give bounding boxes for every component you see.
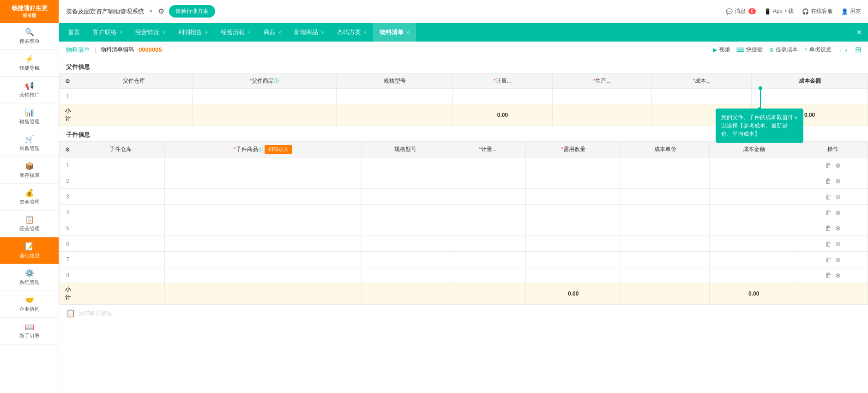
- parent-row-1-cost[interactable]: [652, 89, 752, 104]
- copy-icon-8[interactable]: ⊕: [835, 272, 841, 279]
- breadcrumb-bom[interactable]: 物料清单: [66, 46, 90, 54]
- child-row-1-unit[interactable]: [450, 157, 526, 173]
- sidebar-item-purchase[interactable]: 🛒 采购管理: [0, 130, 59, 157]
- tab-new-goods-close[interactable]: ×: [321, 30, 324, 35]
- child-row-8-warehouse[interactable]: [76, 267, 165, 283]
- child-row-6-warehouse[interactable]: [76, 236, 165, 252]
- delete-icon-1[interactable]: 🗑: [825, 162, 832, 169]
- child-row-8-spec[interactable]: [361, 267, 450, 283]
- copy-icon-5[interactable]: ⊕: [835, 224, 841, 232]
- online-service-item[interactable]: 🎧 在线客服: [802, 7, 833, 15]
- tab-home[interactable]: 首页: [61, 23, 86, 42]
- parent-row-1-produce[interactable]: [552, 89, 652, 104]
- sidebar-item-operations[interactable]: 📋 经营管理: [0, 211, 59, 237]
- single-setting-action[interactable]: ≡ 单据设置: [804, 46, 832, 54]
- child-row-1-qty[interactable]: [526, 157, 621, 173]
- tab-bom[interactable]: 物料清单 ×: [373, 23, 416, 42]
- parent-row-1-warehouse[interactable]: [76, 89, 193, 104]
- tab-history-close[interactable]: ×: [247, 30, 250, 35]
- child-row-1-warehouse[interactable]: [76, 157, 165, 173]
- child-row-3-warehouse[interactable]: [76, 189, 165, 205]
- child-row-8-goods[interactable]: [165, 267, 362, 283]
- child-row-7-spec[interactable]: [361, 252, 450, 267]
- settings-icon[interactable]: ⚙: [158, 7, 164, 16]
- child-row-6-goods[interactable]: [165, 236, 362, 252]
- sidebar-item-inventory[interactable]: 📦 库存核算: [0, 157, 59, 184]
- tab-barcode[interactable]: 条码方案 ×: [331, 23, 373, 42]
- sidebar-item-finance[interactable]: 💰 资金管理: [0, 184, 59, 211]
- scan-button[interactable]: 扫码录入: [265, 145, 292, 154]
- child-row-6-price[interactable]: [621, 236, 710, 252]
- child-row-2-qty[interactable]: [526, 173, 621, 189]
- copy-icon-7[interactable]: ⊕: [835, 256, 841, 263]
- arrow-right-icon[interactable]: ›: [844, 46, 849, 54]
- child-row-3-unit[interactable]: [450, 189, 526, 205]
- child-row-4-goods[interactable]: [165, 205, 362, 220]
- tab-new-goods[interactable]: 新增商品 ×: [288, 23, 330, 42]
- user-item[interactable]: 👤 用友: [841, 7, 861, 15]
- sidebar-item-search[interactable]: 🔍 搜索菜单: [0, 23, 59, 50]
- system-dropdown-arrow[interactable]: ▼: [149, 9, 153, 14]
- child-row-1-goods[interactable]: [165, 157, 362, 173]
- child-row-8-price[interactable]: [621, 267, 710, 283]
- child-row-3-goods[interactable]: [165, 189, 362, 205]
- tab-operations-close[interactable]: ×: [162, 30, 165, 35]
- child-row-5-unit[interactable]: [450, 220, 526, 236]
- copy-icon-2[interactable]: ⊕: [835, 177, 841, 185]
- tab-customer[interactable]: 客户联络 ×: [86, 23, 129, 42]
- tab-goods[interactable]: 商品 ×: [257, 23, 288, 42]
- child-row-8-qty[interactable]: [526, 267, 621, 283]
- app-download-item[interactable]: 📱 App下载: [764, 7, 794, 15]
- child-row-5-qty[interactable]: [526, 220, 621, 236]
- sidebar-item-quick[interactable]: ⚡ 快捷导航: [0, 50, 59, 77]
- child-row-3-price[interactable]: [621, 189, 710, 205]
- parent-row-1-spec[interactable]: [337, 89, 453, 104]
- message-item[interactable]: 💬 消息 6: [726, 7, 756, 15]
- close-all-tabs-icon[interactable]: ✕: [853, 29, 866, 36]
- delete-icon-5[interactable]: 🗑: [825, 224, 832, 232]
- delete-icon-8[interactable]: 🗑: [825, 272, 832, 279]
- child-row-1-spec[interactable]: [361, 157, 450, 173]
- view-action[interactable]: ▶ 视频: [713, 46, 730, 54]
- delete-icon-2[interactable]: 🗑: [825, 177, 832, 185]
- child-row-7-qty[interactable]: [526, 252, 621, 267]
- arrow-left-icon[interactable]: ‹: [838, 46, 843, 54]
- sidebar-item-marketing[interactable]: 📢 营销推广: [0, 77, 59, 103]
- trial-button[interactable]: 体验行业方案: [169, 5, 215, 18]
- child-row-3-spec[interactable]: [361, 189, 450, 205]
- child-row-6-unit[interactable]: [450, 236, 526, 252]
- shortcut-action[interactable]: ⌨ 快捷键: [736, 46, 763, 54]
- tab-customer-close[interactable]: ×: [120, 30, 122, 35]
- copy-icon-4[interactable]: ⊕: [835, 209, 841, 216]
- child-row-4-unit[interactable]: [450, 205, 526, 220]
- child-row-4-warehouse[interactable]: [76, 205, 165, 220]
- copy-icon-6[interactable]: ⊕: [835, 240, 841, 248]
- tab-profit-close[interactable]: ×: [205, 30, 208, 35]
- child-row-2-spec[interactable]: [361, 173, 450, 189]
- delete-icon-6[interactable]: 🗑: [825, 240, 832, 248]
- sidebar-item-sales[interactable]: 📊 销售管理: [0, 103, 59, 130]
- child-row-4-qty[interactable]: [526, 205, 621, 220]
- child-row-2-unit[interactable]: [450, 173, 526, 189]
- child-row-2-warehouse[interactable]: [76, 173, 165, 189]
- tab-bom-close[interactable]: ×: [406, 30, 409, 35]
- child-row-6-spec[interactable]: [361, 236, 450, 252]
- child-row-1-price[interactable]: [621, 157, 710, 173]
- child-row-5-price[interactable]: [621, 220, 710, 236]
- child-row-4-price[interactable]: [621, 205, 710, 220]
- child-row-7-warehouse[interactable]: [76, 252, 165, 267]
- child-row-8-unit[interactable]: [450, 267, 526, 283]
- tab-profit[interactable]: 利润报告 ×: [172, 23, 214, 42]
- child-row-5-spec[interactable]: [361, 220, 450, 236]
- note-placeholder[interactable]: 添加备注信息: [79, 309, 112, 317]
- child-row-2-goods[interactable]: [165, 173, 362, 189]
- delete-icon-4[interactable]: 🗑: [825, 209, 832, 216]
- child-row-7-unit[interactable]: [450, 252, 526, 267]
- tab-operations[interactable]: 经营情况 ×: [129, 23, 171, 42]
- copy-icon-1[interactable]: ⊕: [835, 162, 841, 169]
- child-row-7-goods[interactable]: [165, 252, 362, 267]
- sidebar-item-collab[interactable]: 🤝 企业协同: [0, 291, 59, 318]
- sidebar-item-guide[interactable]: 📖 新手引导: [0, 318, 59, 345]
- tab-goods-close[interactable]: ×: [278, 30, 281, 35]
- child-row-6-qty[interactable]: [526, 236, 621, 252]
